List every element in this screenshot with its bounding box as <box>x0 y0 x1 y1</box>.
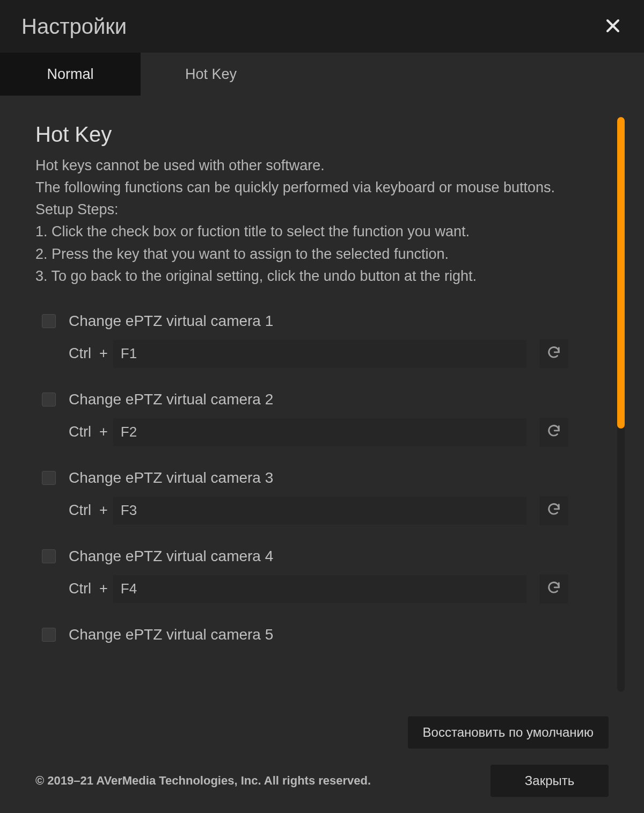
hotkey-header: Change ePTZ virtual camera 5 <box>42 626 609 643</box>
tab-label: Hot Key <box>185 66 237 83</box>
content-area: Hot Key Hot keys cannot be used with oth… <box>0 96 644 716</box>
hotkey-header: Change ePTZ virtual camera 4 <box>42 548 609 565</box>
hotkey-item: Change ePTZ virtual camera 2 Ctrl + <box>42 391 609 447</box>
button-label: Закрыть <box>525 773 574 788</box>
undo-icon <box>546 580 561 598</box>
window-close-button[interactable] <box>602 16 624 38</box>
hotkey-row: Ctrl + <box>42 418 609 447</box>
hotkey-checkbox[interactable] <box>42 314 56 328</box>
hotkey-label[interactable]: Change ePTZ virtual camera 5 <box>69 626 273 643</box>
hotkey-checkbox[interactable] <box>42 471 56 485</box>
hotkey-checkbox[interactable] <box>42 549 56 563</box>
hotkey-undo-button[interactable] <box>539 575 568 604</box>
desc-step: 1. Click the check box or fuction title … <box>35 221 572 242</box>
desc-line: The following functions can be quickly p… <box>35 177 572 198</box>
hotkey-undo-button[interactable] <box>539 339 568 368</box>
hotkey-modifier: Ctrl + <box>69 580 108 597</box>
tab-label: Normal <box>47 66 93 83</box>
hotkey-input[interactable] <box>113 418 526 446</box>
hotkey-header: Change ePTZ virtual camera 3 <box>42 469 609 487</box>
hotkey-header: Change ePTZ virtual camera 2 <box>42 391 609 408</box>
hotkey-label[interactable]: Change ePTZ virtual camera 3 <box>69 469 273 487</box>
titlebar: Настройки <box>0 0 644 53</box>
hotkey-undo-button[interactable] <box>539 496 568 525</box>
hotkey-row: Ctrl + <box>42 575 609 604</box>
hotkey-modifier: Ctrl + <box>69 345 108 362</box>
close-icon <box>605 18 621 36</box>
section-title: Hot Key <box>35 122 609 147</box>
hotkey-item: Change ePTZ virtual camera 4 Ctrl + <box>42 548 609 604</box>
hotkey-input[interactable] <box>113 340 526 368</box>
hotkey-label[interactable]: Change ePTZ virtual camera 1 <box>69 313 273 330</box>
hotkey-item: Change ePTZ virtual camera 1 Ctrl + <box>42 313 609 368</box>
hotkey-modifier: Ctrl + <box>69 502 108 519</box>
hotkey-modifier: Ctrl + <box>69 424 108 440</box>
tab-hotkey[interactable]: Hot Key <box>141 53 281 96</box>
button-label: Восстановить по умолчанию <box>423 725 594 739</box>
undo-icon <box>546 345 561 362</box>
hotkey-input[interactable] <box>113 497 526 525</box>
close-button[interactable]: Закрыть <box>491 765 609 797</box>
restore-defaults-button[interactable]: Восстановить по умолчанию <box>408 716 609 749</box>
scrollbar-thumb[interactable] <box>617 117 625 429</box>
desc-line: Hot keys cannot be used with other softw… <box>35 155 572 176</box>
desc-step: 3. To go back to the original setting, c… <box>35 266 572 287</box>
hotkey-label[interactable]: Change ePTZ virtual camera 2 <box>69 391 273 408</box>
settings-window: Настройки Normal Hot Key Hot Key Hot key… <box>0 0 644 813</box>
copyright-text: © 2019–21 AVerMedia Technologies, Inc. A… <box>35 774 371 788</box>
undo-icon <box>546 502 561 519</box>
footer: Восстановить по умолчанию © 2019–21 AVer… <box>0 716 644 813</box>
hotkey-checkbox[interactable] <box>42 393 56 406</box>
window-title: Настройки <box>21 14 127 39</box>
hotkey-undo-button[interactable] <box>539 418 568 447</box>
section-description: Hot keys cannot be used with other softw… <box>35 155 572 287</box>
tab-normal[interactable]: Normal <box>0 53 141 96</box>
footer-restore-row: Восстановить по умолчанию <box>35 716 609 749</box>
footer-bottom-row: © 2019–21 AVerMedia Technologies, Inc. A… <box>35 765 609 797</box>
undo-icon <box>546 424 561 441</box>
hotkey-input[interactable] <box>113 575 526 603</box>
tabs: Normal Hot Key <box>0 53 644 96</box>
hotkey-item: Change ePTZ virtual camera 3 Ctrl + <box>42 469 609 525</box>
hotkey-row: Ctrl + <box>42 496 609 525</box>
desc-line: Setup Steps: <box>35 199 572 220</box>
hotkey-label[interactable]: Change ePTZ virtual camera 4 <box>69 548 273 565</box>
desc-step: 2. Press the key that you want to assign… <box>35 244 572 265</box>
scrollbar-track[interactable] <box>617 117 625 692</box>
hotkey-item: Change ePTZ virtual camera 5 <box>42 626 609 643</box>
hotkey-list: Change ePTZ virtual camera 1 Ctrl + <box>35 313 609 643</box>
hotkey-header: Change ePTZ virtual camera 1 <box>42 313 609 330</box>
hotkey-checkbox[interactable] <box>42 628 56 642</box>
hotkey-row: Ctrl + <box>42 339 609 368</box>
